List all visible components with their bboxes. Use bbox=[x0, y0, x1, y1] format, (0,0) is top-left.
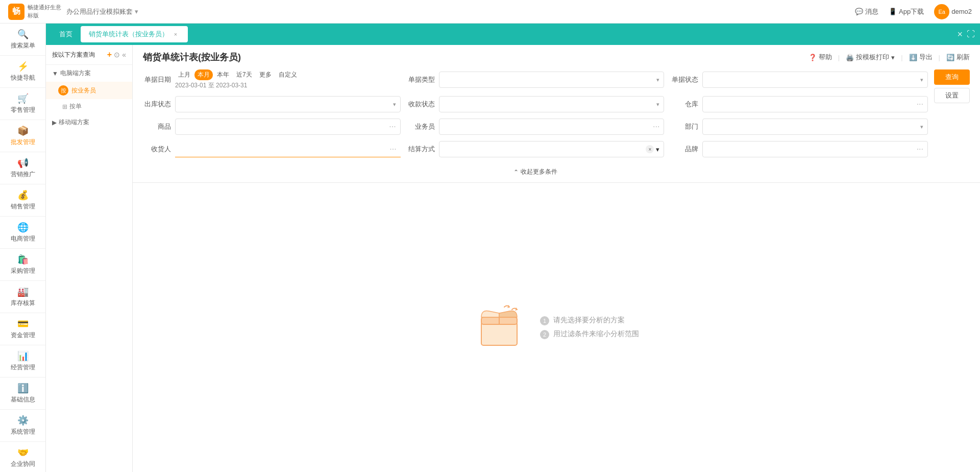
help-icon: ❓ bbox=[808, 54, 817, 61]
filter-salesperson-field: 业务员 ··· bbox=[407, 119, 665, 135]
scheme-panel-title: 按以下方案查询 bbox=[52, 51, 95, 59]
user-initials: Ea bbox=[939, 9, 945, 15]
payment-clear-icon[interactable]: × bbox=[646, 145, 654, 153]
date-tab-this-year[interactable]: 本年 bbox=[214, 69, 232, 80]
finance-icon: 💳 bbox=[17, 318, 29, 329]
sidebar-item-system[interactable]: ⚙️ 系统管理 bbox=[0, 410, 45, 442]
filter-row-2: 出库状态 ▾ 收款状态 bbox=[143, 96, 928, 112]
department-dropdown-icon: ▾ bbox=[920, 124, 923, 130]
retail-icon: 🛒 bbox=[17, 93, 29, 104]
help-button[interactable]: ❓ 帮助 bbox=[808, 53, 832, 62]
tab-close-button[interactable]: × bbox=[172, 30, 180, 38]
scheme-item-by-salesperson[interactable]: 按 按业务员 bbox=[46, 82, 132, 99]
basic-icon: ℹ️ bbox=[17, 383, 29, 394]
breadcrumb-dropdown-icon[interactable]: ▾ bbox=[135, 8, 138, 15]
sidebar-item-retail[interactable]: 🛒 零售管理 bbox=[0, 88, 45, 120]
tab-sales-stat-label: 销货单统计表（按业务员） bbox=[89, 30, 168, 39]
salesperson-input[interactable]: ··· bbox=[439, 119, 665, 135]
tab-bar-actions: × ⛶ bbox=[957, 29, 975, 40]
tab-bar: 首页 销货单统计表（按业务员） × × ⛶ bbox=[46, 23, 980, 45]
sidebar-item-label: 批发管理 bbox=[11, 138, 35, 147]
receiver-input[interactable]: ··· bbox=[175, 141, 401, 157]
warehouse-input[interactable]: ··· bbox=[702, 96, 928, 112]
logo-text: 畅捷通好生意 标版 bbox=[28, 4, 61, 19]
filter-rows-wrapper: 单据日期 上月 本月 本年 近7天 更多 自定义 bbox=[143, 69, 970, 176]
refresh-button[interactable]: 🔄 刷新 bbox=[946, 53, 970, 62]
goods-dots-icon[interactable]: ··· bbox=[389, 122, 396, 131]
warehouse-dots-icon[interactable]: ··· bbox=[917, 100, 923, 109]
payment-label: 结算方式 bbox=[407, 145, 435, 154]
operation-icon: 📊 bbox=[17, 350, 29, 362]
tab-home[interactable]: 首页 bbox=[51, 26, 81, 42]
date-tab-7days[interactable]: 近7天 bbox=[233, 69, 255, 80]
scheme-add-icon[interactable]: + bbox=[107, 50, 112, 59]
sidebar-item-basic[interactable]: ℹ️ 基础信息 bbox=[0, 377, 45, 410]
sidebar-item-finance[interactable]: 💳 资金管理 bbox=[0, 313, 45, 345]
sidebar-item-enterprise[interactable]: 🤝 企业协同 bbox=[0, 442, 45, 472]
export-button[interactable]: ⬇️ 导出 bbox=[909, 53, 933, 62]
date-tab-more[interactable]: 更多 bbox=[256, 69, 275, 80]
breadcrumb-text: 办公用品行业模拟账套 bbox=[66, 7, 133, 16]
payment-input[interactable]: × ▾ bbox=[439, 141, 665, 157]
scheme-collapse-icon[interactable]: « bbox=[122, 51, 126, 59]
date-field-label: 单据日期 bbox=[143, 75, 171, 84]
ecommerce-icon: 🌐 bbox=[17, 222, 29, 233]
scheme-group-desktop-title[interactable]: ▼ 电脑端方案 bbox=[46, 65, 132, 82]
sidebar-item-inventory[interactable]: 🏭 库存核算 bbox=[0, 281, 45, 313]
collapse-button[interactable]: ⌃ 收起更多条件 bbox=[143, 163, 928, 176]
logo-area: 畅 畅捷通好生意 标版 bbox=[8, 4, 61, 20]
receiver-dots-icon[interactable]: ··· bbox=[389, 145, 396, 154]
out-status-select[interactable]: ▾ bbox=[175, 96, 401, 112]
department-select[interactable]: ▾ bbox=[702, 119, 928, 135]
template-print-button[interactable]: 🖨️ 按模板打印 ▾ bbox=[846, 53, 895, 62]
scheme-group-desktop-label: 电脑端方案 bbox=[60, 69, 91, 78]
empty-state: 1 请先选择要分析的方案 2 用过滤条件来缩小分析范围 bbox=[474, 302, 639, 353]
sidebar: 🔍 搜索菜单 ⚡ 快捷导航 🛒 零售管理 📦 批发管理 📢 营销推广 💰 销售管… bbox=[0, 23, 46, 472]
scheme-group-mobile-title[interactable]: ▶ 移动端方案 bbox=[46, 114, 132, 131]
scheme-sub-item-by-order[interactable]: ⊞ 按单 bbox=[46, 99, 132, 114]
sidebar-item-purchase[interactable]: 🛍️ 采购管理 bbox=[0, 249, 45, 281]
date-tab-last-month[interactable]: 上月 bbox=[175, 69, 193, 80]
sidebar-item-ecommerce[interactable]: 🌐 电商管理 bbox=[0, 217, 45, 249]
date-tab-custom[interactable]: 自定义 bbox=[276, 69, 300, 80]
scheme-sub-item-label: 按单 bbox=[69, 102, 82, 111]
doc-status-select[interactable]: ▾ bbox=[702, 72, 928, 88]
salesperson-dots-icon[interactable]: ··· bbox=[653, 122, 659, 131]
date-tabs: 上月 本月 本年 近7天 更多 自定义 bbox=[175, 69, 401, 80]
sidebar-item-quick-nav[interactable]: ⚡ 快捷导航 bbox=[0, 56, 45, 88]
query-button[interactable]: 查询 bbox=[934, 69, 970, 85]
sidebar-item-operation[interactable]: 📊 经营管理 bbox=[0, 345, 45, 377]
settings-button[interactable]: 设置 bbox=[934, 88, 970, 103]
doc-type-select[interactable]: ▾ bbox=[439, 72, 665, 88]
app-download-button[interactable]: 📱 App下载 bbox=[889, 7, 924, 16]
separator3: | bbox=[939, 54, 940, 61]
filter-date-field: 单据日期 上月 本月 本年 近7天 更多 自定义 bbox=[143, 69, 401, 90]
goods-input[interactable]: ··· bbox=[175, 119, 401, 135]
print-icon: 🖨️ bbox=[846, 54, 854, 61]
filter-doc-status-field: 单据状态 ▾ bbox=[670, 72, 928, 88]
print-dropdown-icon: ▾ bbox=[891, 54, 895, 61]
brand-dots-icon[interactable]: ··· bbox=[917, 145, 923, 154]
enterprise-icon: 🤝 bbox=[17, 447, 29, 458]
sidebar-item-search[interactable]: 🔍 搜索菜单 bbox=[0, 23, 45, 56]
salesperson-label: 业务员 bbox=[407, 122, 435, 131]
tab-home-label: 首页 bbox=[59, 30, 72, 39]
date-field-input[interactable]: 上月 本月 本年 近7天 更多 自定义 2023-03-01 至 2023-03… bbox=[175, 69, 401, 90]
payment-dropdown-icon[interactable]: ▾ bbox=[656, 146, 659, 153]
page-title-row: 销货单统计表(按业务员) ❓ 帮助 | 🖨️ 按模板打印 ▾ bbox=[143, 51, 970, 63]
sidebar-item-marketing[interactable]: 📢 营销推广 bbox=[0, 152, 45, 184]
collect-status-select[interactable]: ▾ bbox=[439, 96, 665, 112]
filter-row-4: 收货人 ··· 结算方式 bbox=[143, 141, 928, 157]
scheme-settings-icon[interactable]: ⊙ bbox=[114, 51, 120, 59]
filter-row-3: 商品 ··· 业务员 bbox=[143, 119, 928, 135]
sidebar-item-sales[interactable]: 💰 销售管理 bbox=[0, 184, 45, 217]
user-profile[interactable]: Ea demo2 bbox=[934, 4, 972, 19]
brand-input[interactable]: ··· bbox=[702, 141, 928, 157]
date-tab-this-month[interactable]: 本月 bbox=[194, 69, 213, 80]
message-button[interactable]: 💬 消息 bbox=[855, 7, 878, 16]
maximize-tab-action[interactable]: ⛶ bbox=[967, 30, 975, 39]
close-tab-action[interactable]: × bbox=[957, 29, 963, 40]
logo-icon: 畅 bbox=[8, 4, 24, 20]
sidebar-item-wholesale[interactable]: 📦 批发管理 bbox=[0, 120, 45, 152]
tab-sales-stat[interactable]: 销货单统计表（按业务员） × bbox=[81, 26, 188, 42]
